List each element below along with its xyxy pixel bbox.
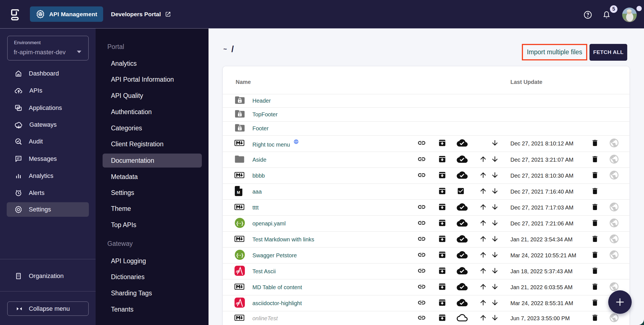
svg-text:M: M [237, 190, 240, 195]
svg-text:{··}: {··} [236, 252, 243, 258]
svg-text:{··}: {··} [236, 220, 243, 226]
